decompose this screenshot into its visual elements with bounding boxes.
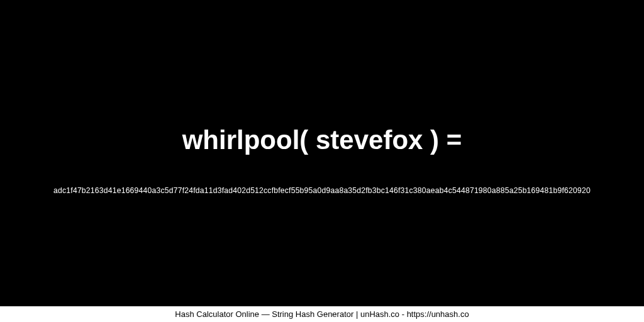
hash-expression-heading: whirlpool( stevefox ) =: [182, 125, 462, 155]
hash-result-value: adc1f47b2163d41e1669440a3c5d77f24fda11d3…: [53, 186, 591, 196]
footer-attribution: Hash Calculator Online — String Hash Gen…: [0, 306, 644, 322]
main-content: whirlpool( stevefox ) = adc1f47b2163d41e…: [0, 0, 644, 322]
